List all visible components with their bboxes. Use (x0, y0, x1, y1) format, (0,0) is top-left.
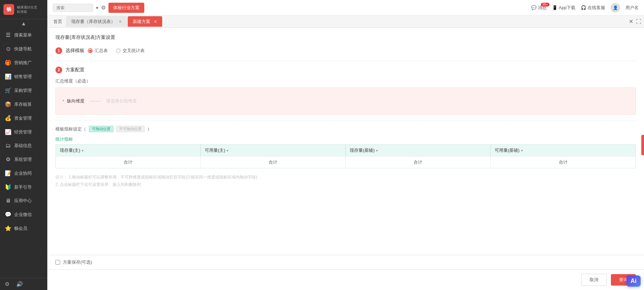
cell-available-aux-sum: 合计 (491, 156, 636, 168)
customer-service-button[interactable]: 🎧 在线客服 (581, 5, 605, 11)
main-area: ▾ ⚙ 体验行业方案 💬 消息 99+ 📱 App下载 🎧 在线客服 👤 用户名 (47, 0, 644, 290)
settings-icon[interactable]: ⚙ (5, 281, 9, 287)
sidebar-item-4[interactable]: 🛒采购管理 (0, 83, 47, 97)
cancel-button[interactable]: 取消 (581, 274, 607, 286)
message-icon: 💬 (531, 5, 537, 10)
stats-table: 现存量(主) ▾ 可用量(主) ▾ 现存量(基辅) ▾ 可用量(基辅) (55, 144, 636, 168)
message-badge: 99+ (541, 3, 549, 6)
sidebar-item-7[interactable]: 📈经营管理 (0, 125, 47, 139)
dimension-area[interactable]: * 纵向维度 —— 请选择分组维度 (55, 88, 636, 115)
inventory-tab-label: 现存量（库存状况表） (71, 19, 115, 25)
action-buttons: 取消 查询 (47, 269, 644, 290)
header-current-aux[interactable]: 现存量(基辅) ▾ (346, 145, 491, 156)
inventory-tab-close[interactable]: ✕ (119, 19, 122, 24)
ai-badge[interactable]: Ai (626, 275, 641, 287)
sidebar-item-2[interactable]: 🎁营销推广 (0, 56, 47, 70)
close-window-button[interactable]: ✕ (629, 18, 633, 25)
sidebar-scroll-up[interactable]: ▲ (0, 19, 47, 28)
sidebar-bottom: ⚙ 🔊 (0, 278, 47, 290)
sidebar-icon-14: ⭐ (5, 225, 11, 232)
sidebar-icon-8: 🗂 (5, 143, 11, 149)
radio-cross-circle (116, 48, 121, 53)
right-edge-handle[interactable] (641, 135, 644, 155)
sidebar-icon-6: 💰 (5, 115, 11, 121)
message-button[interactable]: 💬 消息 99+ (531, 5, 547, 11)
hint-text-1: 提示： 1.拖动标题栏可以调整布局，不可跨维度或指标区域拖动拦目字段(只能在同一… (55, 174, 636, 181)
bottom-bar: 方案保存(可选) (47, 255, 644, 269)
radio-summary-table[interactable]: 汇总表 (88, 48, 108, 54)
sidebar-icon-11: 🔰 (5, 184, 11, 190)
settings-button[interactable]: ⚙ (101, 4, 106, 11)
dropdown-button[interactable]: ▾ (96, 5, 98, 10)
draggable-tag: 可拖动位置 (89, 126, 114, 132)
chevron-down-icon: ▾ (82, 149, 83, 152)
sidebar-item-5[interactable]: 📦库存核算 (0, 97, 47, 111)
sidebar-icon-9: ⚙ (5, 156, 11, 163)
new-plan-tab-close[interactable]: ✕ (154, 19, 157, 24)
tabbar: 首页 现存量（库存状况表） ✕ 新建方案 ✕ ✕ ⛶ (47, 16, 644, 28)
section-config: 2 方案配置 汇总维度（必选） * 纵向维度 —— 请选择分组维度 (55, 67, 636, 188)
sidebar-item-8[interactable]: 🗂基础信息 (0, 139, 47, 152)
section-divider-2 (55, 120, 636, 120)
tab-inventory[interactable]: 现存量（库存状况表） ✕ (66, 16, 127, 27)
sidebar-icon-0: ☰ (5, 32, 11, 38)
section-template: 1 选择模板 汇总表 交叉统计表 (55, 47, 636, 54)
trial-button[interactable]: 体验行业方案 (108, 3, 144, 13)
tab-new-plan[interactable]: 新建方案 ✕ (128, 16, 162, 27)
section1-header: 1 选择模板 汇总表 交叉统计表 (55, 47, 636, 54)
sidebar-item-3[interactable]: 📊销售管理 (0, 70, 47, 83)
home-tab-label: 首页 (53, 19, 62, 25)
summary-dim-label: 汇总维度（必选） (55, 78, 636, 84)
indicator-settings: 模板指标设定（ 可拖动位置 不可拖动位置 ） (55, 126, 636, 132)
sidebar-item-6[interactable]: 💰资金管理 (0, 111, 47, 125)
sidebar-item-10[interactable]: 📝企业协同 (0, 166, 47, 180)
cell-current-main-sum: 合计 (56, 156, 201, 168)
sidebar: 畅 畅康通好生意 标准版 ▲ ☰搜索菜单⊙快捷导航🎁营销推广📊销售管理🛒采购管理… (0, 0, 47, 290)
sidebar-icon-12: 🖥 (5, 198, 11, 204)
sidebar-icon-10: 📝 (5, 170, 11, 176)
header-current-main[interactable]: 现存量(主) ▾ (56, 145, 201, 156)
search-input[interactable] (53, 4, 93, 12)
user-avatar[interactable]: 👤 (611, 3, 620, 13)
section2-number: 2 (55, 67, 62, 73)
radio-summary-label: 汇总表 (95, 48, 108, 54)
sidebar-item-1[interactable]: ⊙快捷导航 (0, 42, 47, 56)
dim-select-hint: 请选择分组维度 (106, 98, 137, 104)
topbar-left: ▾ ⚙ 体验行业方案 (53, 3, 144, 13)
sidebar-icon-5: 📦 (5, 101, 11, 107)
sidebar-item-12[interactable]: 🖥应用中心 (0, 194, 47, 208)
chevron-down-icon: ▾ (521, 149, 523, 152)
cell-current-aux-sum: 合计 (346, 156, 491, 168)
app-name: 畅康通好生意 标准版 (17, 5, 37, 14)
sidebar-item-9[interactable]: ⚙系统管理 (0, 152, 47, 166)
cell-available-main-sum: 合计 (201, 156, 346, 168)
save-checkbox[interactable] (55, 260, 60, 265)
app-download-button[interactable]: 📱 App下载 (552, 5, 575, 11)
table-row: 合计 合计 合计 合计 (56, 156, 636, 168)
username-label[interactable]: 用户名 (625, 5, 639, 11)
sidebar-item-11[interactable]: 🔰新手引导 (0, 180, 47, 194)
content-area: 现存量(库存状况表)方案设置 1 选择模板 汇总表 交叉统计表 (47, 28, 644, 255)
header-available-aux[interactable]: 可用量(基辅) ▾ (491, 145, 636, 156)
sidebar-nav: ☰搜索菜单⊙快捷导航🎁营销推广📊销售管理🛒采购管理📦库存核算💰资金管理📈经营管理… (0, 28, 47, 278)
sidebar-item-0[interactable]: ☰搜索菜单 (0, 28, 47, 42)
topbar-right: 💬 消息 99+ 📱 App下载 🎧 在线客服 👤 用户名 (531, 3, 639, 13)
expand-window-button[interactable]: ⛶ (636, 19, 641, 25)
dim-name: 纵向维度 (67, 98, 84, 104)
radio-cross-table[interactable]: 交叉统计表 (116, 48, 145, 54)
header-available-main[interactable]: 可用量(主) ▾ (201, 145, 346, 156)
stats-table-header: 现存量(主) ▾ 可用量(主) ▾ 现存量(基辅) ▾ 可用量(基辅) (56, 145, 636, 156)
tab-home[interactable]: 首页 (50, 17, 66, 27)
section1-number: 1 (55, 47, 62, 54)
indicator-settings-label: 模板指标设定（ 可拖动位置 不可拖动位置 ） (55, 126, 636, 132)
hint-area: 提示： 1.拖动标题栏可以调整布局，不可跨维度或指标区域拖动拦目字段(只能在同一… (55, 174, 636, 188)
sound-icon[interactable]: 🔊 (16, 281, 23, 287)
sidebar-item-14[interactable]: ⭐畅会员 (0, 221, 47, 235)
sidebar-logo: 畅 畅康通好生意 标准版 (0, 0, 47, 19)
dim-dash: —— (90, 98, 101, 104)
sidebar-item-13[interactable]: 💬企业微信 (0, 208, 47, 221)
required-star: * (63, 99, 64, 104)
app-logo-icon: 畅 (3, 4, 14, 15)
non-draggable-tag: 不可拖动位置 (116, 126, 145, 132)
chevron-down-icon: ▾ (227, 149, 228, 152)
